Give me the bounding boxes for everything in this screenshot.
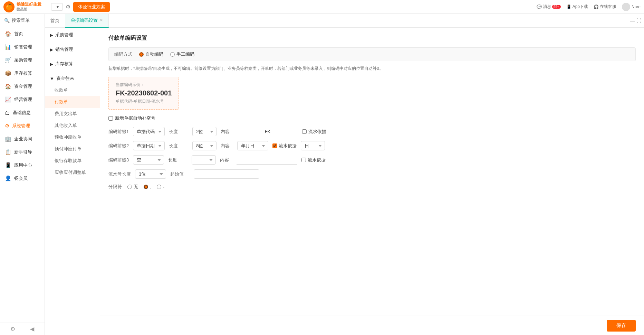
separator-label: 分隔符 xyxy=(108,184,122,190)
serial3-label: 流水依据 xyxy=(308,157,326,163)
sidebar-item-inventory[interactable]: 📦 库存核算 xyxy=(0,67,45,80)
user-area[interactable]: Nare xyxy=(622,3,641,11)
sub-nav-purchase-header[interactable]: ▶ 采购管理 xyxy=(45,29,100,41)
sub-nav-other-income[interactable]: 其他收入单 xyxy=(45,120,100,131)
auto-code-radio[interactable] xyxy=(139,52,144,57)
auto-code-label: 自动编码 xyxy=(145,51,163,57)
sidebar-item-system[interactable]: ⚙ 系统管理 xyxy=(0,119,45,132)
separator-row: 分隔符 无 . - xyxy=(108,184,636,190)
sidebar-item-guide[interactable]: 📋 新手引导 xyxy=(0,146,45,159)
length3-select[interactable] xyxy=(192,155,216,165)
sub-nav-adjust[interactable]: 应收应付调整单 xyxy=(45,167,100,178)
sub-nav-capital-label: 资金往来 xyxy=(56,75,74,82)
manual-code-option[interactable]: 手工编码 xyxy=(170,51,194,57)
workspace-dropdown[interactable]: ▼ xyxy=(51,3,63,11)
avatar xyxy=(622,3,630,11)
prefix3-select[interactable]: 空 xyxy=(133,155,164,165)
tab-minimize-button[interactable]: — xyxy=(630,18,635,24)
sub-nav-bank-deposit[interactable]: 银行存取款单 xyxy=(45,155,100,167)
page-title: 付款单编码设置 xyxy=(108,35,636,42)
sales-icon: 📊 xyxy=(5,44,11,50)
sep-hyphen-option[interactable]: - xyxy=(157,184,164,189)
auto-fill-checkbox[interactable] xyxy=(108,116,113,121)
content1-input[interactable] xyxy=(237,127,298,136)
prefix2-select[interactable]: 单据日期 xyxy=(133,141,165,150)
serial-length-label: 流水号长度 xyxy=(108,171,131,177)
auto-fill-label: 新增单据自动补空号 xyxy=(115,115,155,121)
sub-nav-inventory-header[interactable]: ▶ 库存核算 xyxy=(45,58,100,70)
sidebar-item-apps[interactable]: 📱 应用中心 xyxy=(0,159,45,172)
app-download-button[interactable]: 📱 App下载 xyxy=(566,4,588,10)
sep-hyphen-radio[interactable] xyxy=(157,185,161,189)
sidebar-label-system: 系统管理 xyxy=(12,123,30,129)
auto-code-option[interactable]: 自动编码 xyxy=(139,51,163,57)
serial3-checkbox-label[interactable]: 流水依据 xyxy=(301,157,326,163)
sub-nav-payment[interactable]: 付款单 xyxy=(45,96,100,108)
serial2-checkbox[interactable] xyxy=(272,143,277,148)
user-name: Nare xyxy=(632,4,641,9)
inventory-icon: 📦 xyxy=(5,70,11,76)
trial-button[interactable]: 体验行业方案 xyxy=(73,2,110,12)
guide-icon: 📋 xyxy=(5,149,11,155)
prefix1-select[interactable]: 单据代码 xyxy=(133,127,165,136)
sidebar-item-purchase[interactable]: 🛒 采购管理 xyxy=(0,54,45,67)
content2-select[interactable]: 年月日 xyxy=(237,141,268,150)
sub-nav-capital-header[interactable]: ▼ 资金往来 xyxy=(45,73,100,84)
sub-nav-group-inventory: ▶ 库存核算 xyxy=(45,57,100,71)
start-value-input[interactable]: 1 xyxy=(194,169,259,179)
serial-length-select[interactable]: 3位 xyxy=(135,169,166,179)
message-icon: 💬 xyxy=(537,4,542,9)
length2-select[interactable]: 8位 xyxy=(192,141,217,150)
sidebar-item-operations[interactable]: 📈 经营管理 xyxy=(0,93,45,106)
online-service-button[interactable]: 🎧 在线客服 xyxy=(594,4,616,10)
prefix3-row: 编码前缀3 空 长度 内容 流水依据 xyxy=(108,155,636,165)
message-badge: 99+ xyxy=(552,5,561,9)
save-button[interactable]: 保存 xyxy=(607,320,636,332)
sidebar-item-home[interactable]: 🏠 首页 xyxy=(0,27,45,40)
tab-maximize-button[interactable]: ⛶ xyxy=(636,18,641,24)
sep-dot-radio[interactable] xyxy=(144,185,148,189)
tab-home[interactable]: 首页 xyxy=(45,14,65,28)
manual-code-radio[interactable] xyxy=(170,52,175,57)
tabs-bar: 首页 单据编码设置 ✕ — ⛶ xyxy=(45,14,644,28)
logo: 🍊 畅通道好生意 捷品版 xyxy=(3,1,48,12)
sidebar-label-purchase: 采购管理 xyxy=(14,57,32,63)
settings-gear-button[interactable]: ⚙ xyxy=(66,3,70,10)
serial-length-row: 流水号长度 3位 起始值 1 xyxy=(108,169,636,179)
code-preview-value: FK-20230602-001 xyxy=(116,89,172,97)
content3-label: 内容 xyxy=(220,157,232,163)
length1-select[interactable]: 2位 xyxy=(192,127,217,136)
sub-nav-receipt[interactable]: 收款单 xyxy=(45,84,100,96)
sidebar-item-basic[interactable]: 🗂 基础信息 xyxy=(0,106,45,119)
sub-nav-expense[interactable]: 费用支出单 xyxy=(45,108,100,120)
content3-input[interactable] xyxy=(237,156,297,165)
serial1-checkbox[interactable] xyxy=(302,129,307,134)
finance-icon: 🏠 xyxy=(5,83,11,90)
sidebar-bottom: ⚙ ◀ xyxy=(0,323,45,335)
sidebar-label-member: 畅会员 xyxy=(14,175,28,182)
sidebar-label-sales: 销售管理 xyxy=(14,44,32,50)
sidebar-item-member[interactable]: 👤 畅会员 xyxy=(0,172,45,185)
sep-dot-option[interactable]: . xyxy=(144,184,151,189)
logo-name: 畅通道好生意 xyxy=(17,2,41,7)
sep-none-option[interactable]: 无 xyxy=(127,184,138,190)
sidebar-item-finance[interactable]: 🏠 资金管理 xyxy=(0,80,45,93)
sep-none-radio[interactable] xyxy=(127,185,132,189)
sidebar-item-sales[interactable]: 📊 销售管理 xyxy=(0,40,45,54)
search-menu[interactable]: 🔍 搜索菜单 xyxy=(0,14,45,27)
sidebar-settings-button[interactable]: ⚙ xyxy=(10,326,15,332)
sidebar-collapse-button[interactable]: ◀ xyxy=(30,326,34,332)
tab-encoding[interactable]: 单据编码设置 ✕ xyxy=(65,14,109,28)
sub-nav-prepay-receivable[interactable]: 预收冲应收单 xyxy=(45,131,100,143)
message-button[interactable]: 💬 消息 99+ xyxy=(537,4,561,10)
sidebar-item-enterprise[interactable]: 🏢 企业协同 xyxy=(0,132,45,146)
tab-close-icon[interactable]: ✕ xyxy=(100,18,103,22)
encoding-method-section: 编码方式 自动编码 手工编码 xyxy=(108,47,636,61)
serial2-checkbox-label[interactable]: 流水依据 xyxy=(272,143,297,149)
serial2-unit-select[interactable]: 日 xyxy=(301,141,325,150)
sub-nav-sales-header[interactable]: ▶ 销售管理 xyxy=(45,44,100,55)
sub-nav-prepay-payment[interactable]: 预付冲应付单 xyxy=(45,143,100,155)
serial1-checkbox-label[interactable]: 流水依据 xyxy=(302,129,326,135)
length3-label: 长度 xyxy=(168,157,188,163)
serial3-checkbox[interactable] xyxy=(301,158,306,162)
